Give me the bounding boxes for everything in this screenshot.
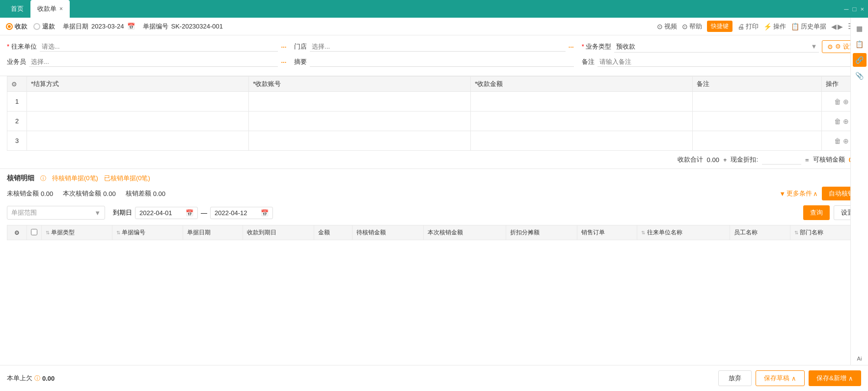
calendar-to-icon[interactable]: 📅	[261, 209, 269, 217]
store-input[interactable]	[310, 42, 565, 52]
shortcut-btn[interactable]: 快捷键	[707, 21, 732, 32]
select-all-checkbox[interactable]	[31, 229, 37, 235]
filter-icon: ▼	[779, 190, 786, 197]
verification-tabs: 待核销单据(0笔) 已核销单据(0笔)	[52, 174, 150, 183]
radio-refund[interactable]: 退款	[33, 22, 55, 31]
discount-input[interactable]	[762, 155, 801, 165]
nav-right-icon[interactable]: ▶	[838, 23, 843, 30]
settlement-cell-1[interactable]	[27, 92, 249, 112]
staff-field: 业务员 ···	[7, 57, 286, 67]
print-btn[interactable]: 🖨 打印	[737, 22, 759, 31]
calendar-from-icon[interactable]: 📅	[186, 209, 193, 217]
data-table: ⚙ *结算方式 *收款账号 *收款金额 备注 操作	[7, 76, 861, 151]
tab-pending[interactable]: 待核销单据(0笔)	[52, 174, 98, 183]
table-row: 3 🗑 ⊕	[7, 131, 861, 151]
date-from-input[interactable]	[139, 209, 184, 217]
calendar-icon[interactable]: 📅	[127, 23, 135, 30]
minimize-btn[interactable]: ─	[844, 5, 848, 13]
shortcut-highlight-btn[interactable]: 快捷键	[707, 21, 732, 32]
counterpart-field: * 往来单位 ···	[7, 42, 286, 52]
counterpart-input[interactable]	[40, 42, 278, 52]
delete-row-3-icon[interactable]: 🗑	[834, 137, 841, 145]
business-type-field: * 业务类型 预收款 ▼ ⚙ ⚙ 设置	[582, 40, 861, 53]
sidebar-table-icon[interactable]: ▦	[853, 22, 867, 35]
footer: 本单上欠 ⓘ 0.00 放弃 保存草稿 ∧ 保存&新增 ∧	[0, 365, 868, 391]
staff-input[interactable]	[29, 57, 278, 67]
history-btn[interactable]: 📋 历史单据	[791, 22, 826, 31]
settlement-cell-3[interactable]	[27, 131, 249, 151]
radio-receipt[interactable]: 收款	[6, 22, 27, 31]
section-title: 核销明细	[7, 174, 34, 183]
col-amount-header: *收款金额	[471, 77, 693, 92]
copy-row-3-icon[interactable]: ⊕	[843, 137, 849, 145]
tab-verified[interactable]: 已核销单据(0笔)	[104, 174, 150, 183]
account-cell-3[interactable]	[249, 131, 471, 151]
remark-cell-2[interactable]	[693, 112, 822, 131]
account-cell-1[interactable]	[249, 92, 471, 112]
delete-row-1-icon[interactable]: 🗑	[834, 98, 841, 106]
operation-btn[interactable]: ⚡ 操作	[763, 22, 786, 31]
nav-arrows: ◀ ▶	[831, 23, 843, 30]
footer-btns: 放弃 保存草稿 ∧ 保存&新增 ∧	[718, 370, 861, 386]
col-settings-header: ⚙	[7, 77, 27, 92]
bt-col-settings[interactable]: ⚙	[7, 225, 27, 240]
copy-row-1-icon[interactable]: ⊕	[843, 98, 849, 106]
remark-cell-1[interactable]	[693, 92, 822, 112]
more-filters-btn[interactable]: ▼ 更多条件 ∧	[779, 189, 818, 198]
store-ellipsis-btn[interactable]: ···	[569, 43, 574, 51]
abandon-btn[interactable]: 放弃	[718, 370, 752, 386]
info-icon[interactable]: ⓘ	[40, 174, 46, 183]
video-btn[interactable]: ⊙ 视频	[657, 22, 677, 31]
amount-cell-1[interactable]	[471, 92, 693, 112]
table-row: 1 🗑 ⊕	[7, 92, 861, 112]
help-btn[interactable]: ⊙ 帮助	[682, 22, 702, 31]
business-type-select[interactable]: 预收款 ▼	[614, 41, 819, 53]
tab-close-icon[interactable]: ×	[59, 5, 63, 12]
scope-select[interactable]: 单据范围 ▼	[7, 206, 105, 220]
save-new-arrow-icon: ∧	[848, 375, 853, 382]
stat-diff: 核销差额 0.00	[126, 189, 165, 198]
col-account-header: *收款账号	[249, 77, 471, 92]
maximize-btn[interactable]: □	[853, 5, 857, 13]
account-cell-2[interactable]	[249, 112, 471, 131]
amount-cell-3[interactable]	[471, 131, 693, 151]
staff-ellipsis-btn[interactable]: ···	[281, 58, 286, 66]
sidebar-ai-label[interactable]: Ai	[857, 356, 862, 362]
tab-receipt[interactable]: 收款单 ×	[30, 0, 70, 18]
bt-col-amount: 金额	[314, 225, 352, 240]
bt-col-pending: 待核销金额	[352, 225, 423, 240]
tab-home[interactable]: 首页	[4, 0, 30, 18]
summary-field: 摘要	[294, 57, 573, 67]
bt-col-staff: 员工名称	[730, 225, 790, 240]
copy-row-2-icon[interactable]: ⊕	[843, 117, 849, 125]
counterpart-ellipsis-btn[interactable]: ···	[281, 43, 286, 51]
sidebar-doc-icon[interactable]: 📋	[853, 37, 867, 51]
scope-arrow-icon: ▼	[94, 209, 101, 217]
history-icon: 📋	[791, 23, 799, 30]
query-btn[interactable]: 查询	[803, 205, 830, 220]
sidebar-clip-icon[interactable]: 📎	[853, 69, 867, 83]
table-settings-icon[interactable]: ⚙	[11, 81, 17, 88]
sidebar-link-icon[interactable]: 🔗	[853, 53, 867, 67]
delete-row-2-icon[interactable]: 🗑	[834, 117, 841, 125]
summary-row: 收款合计 0.00 + 现金折扣: = 可核销金额 0.00	[0, 151, 868, 169]
summary-input[interactable]	[310, 57, 573, 67]
save-new-btn[interactable]: 保存&新增 ∧	[809, 370, 861, 386]
nav-left-icon[interactable]: ◀	[831, 23, 837, 30]
settlement-cell-2[interactable]	[27, 112, 249, 131]
close-btn[interactable]: ×	[860, 5, 864, 13]
bt-col-checkbox[interactable]	[27, 225, 42, 240]
footer-info-icon[interactable]: ⓘ	[34, 374, 40, 383]
remark-input[interactable]	[597, 57, 861, 67]
bt-col-current: 本次核销金额	[423, 225, 506, 240]
remark-cell-3[interactable]	[693, 131, 822, 151]
date-to-input[interactable]	[215, 209, 259, 217]
col-remark-header: 备注	[693, 77, 822, 92]
row-num-1: 1	[7, 92, 27, 112]
form-row-2: 业务员 ··· 摘要 备注	[7, 57, 861, 67]
store-field: 门店 ···	[294, 42, 573, 52]
form-row-1: * 往来单位 ··· 门店 ··· * 业务类型 预收款 ▼	[7, 40, 861, 53]
amount-cell-2[interactable]	[471, 112, 693, 131]
form-area: * 往来单位 ··· 门店 ··· * 业务类型 预收款 ▼	[0, 35, 868, 76]
save-draft-btn[interactable]: 保存草稿 ∧	[756, 370, 805, 386]
